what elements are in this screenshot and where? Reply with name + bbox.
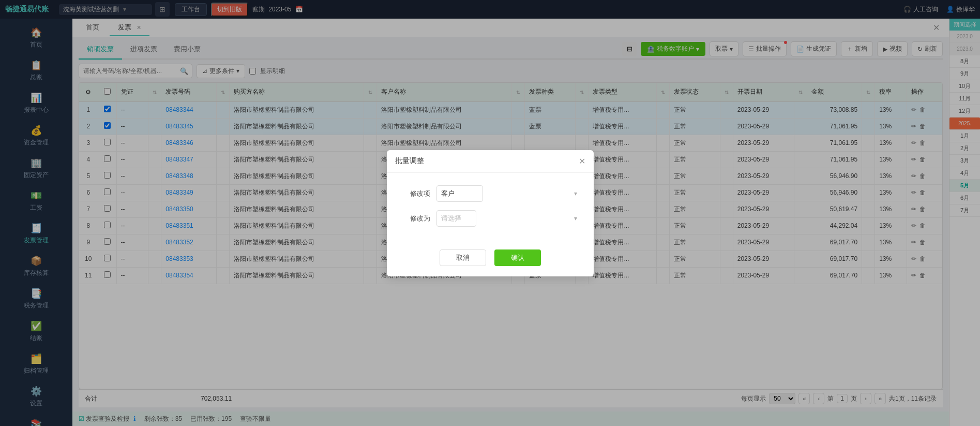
- modal-footer: 取消 确认: [387, 243, 594, 276]
- modify-item-dropdown-icon: ▾: [574, 190, 577, 197]
- batch-adjust-modal: 批量调整 ✕ 修改项 客户 发票类型 开票日期 税率 ▾ 修改为: [387, 150, 594, 276]
- modify-to-label: 修改为: [399, 214, 430, 223]
- modify-item-select-wrapper: 客户 发票类型 开票日期 税率 ▾: [436, 185, 581, 202]
- modal-confirm-button[interactable]: 确认: [494, 249, 541, 266]
- modify-to-select-wrapper: 请选择 ▾: [436, 210, 581, 227]
- modify-to-select[interactable]: 请选择: [436, 210, 476, 227]
- modify-item-label: 修改项: [399, 189, 430, 198]
- modal-cancel-button[interactable]: 取消: [440, 249, 486, 266]
- modify-to-row: 修改为 请选择 ▾: [399, 210, 581, 227]
- modal-overlay: 批量调整 ✕ 修改项 客户 发票类型 开票日期 税率 ▾ 修改为: [0, 0, 980, 426]
- modal-header: 批量调整 ✕: [387, 150, 594, 173]
- modal-close-button[interactable]: ✕: [579, 156, 585, 166]
- modal-title: 批量调整: [395, 156, 424, 166]
- modify-item-select[interactable]: 客户 发票类型 开票日期 税率: [436, 185, 483, 202]
- modify-to-dropdown-icon: ▾: [574, 215, 577, 222]
- modify-item-row: 修改项 客户 发票类型 开票日期 税率 ▾: [399, 185, 581, 202]
- modal-body: 修改项 客户 发票类型 开票日期 税率 ▾ 修改为 请选择: [387, 173, 594, 243]
